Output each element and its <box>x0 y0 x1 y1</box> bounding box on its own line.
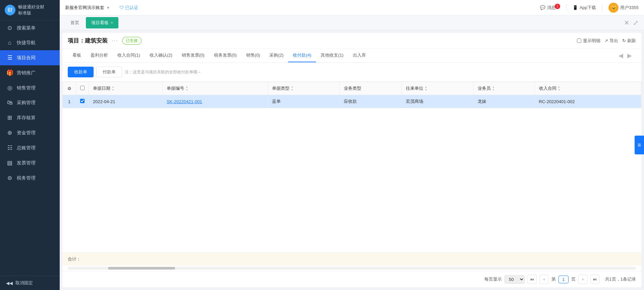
sub-tab-tax-invoice[interactable]: 税务发票(0) <box>209 49 241 62</box>
col-number: 单据编号 ▲▼ <box>163 82 268 95</box>
tab-project-board[interactable]: 项目看板 × <box>86 17 118 28</box>
sort-arrows-partner[interactable]: ▲▼ <box>425 85 427 91</box>
account-selector[interactable]: 新服务官网演示账套 ▼ <box>65 5 110 11</box>
sort-arrows-type[interactable]: ▲▼ <box>291 85 293 91</box>
sidebar-label-search: 搜索菜单 <box>17 25 36 31</box>
sub-tab-income-confirm[interactable]: 收入确认(2) <box>145 49 177 62</box>
last-page-button[interactable]: ⏭ <box>590 275 600 284</box>
current-page: 1 <box>558 276 568 283</box>
sort-arrows-salesman[interactable]: ▲▼ <box>492 85 495 91</box>
message-icon: 💬 <box>540 5 545 10</box>
sidebar-label-ledger: 总账管理 <box>17 145 36 151</box>
sidebar-item-quick-nav[interactable]: ⌂快捷导航 <box>0 35 60 50</box>
sidebar-item-inventory[interactable]: ⊞库存核算 <box>0 110 60 125</box>
sub-tab-payment[interactable]: 收付款(4) <box>288 49 316 62</box>
sidebar-label-project-contract: 项目合同 <box>17 55 36 61</box>
col-settings[interactable]: ⚙ <box>63 82 76 95</box>
show-detail-checkbox[interactable]: 显示明细 <box>577 38 600 44</box>
topbar-left: 新服务官网演示账套 ▼ 🛡 已认证 <box>65 5 535 11</box>
sidebar-item-sales[interactable]: ◎销售管理 <box>0 80 60 95</box>
refresh-label: 刷新 <box>627 38 636 44</box>
logo-sub: 标准版 <box>18 10 44 16</box>
topbar: 新服务官网演示账套 ▼ 🛡 已认证 💬 消息 1 📱 App下载 🐱 用 <box>60 0 644 15</box>
payment-toggle[interactable]: 付款单 <box>96 67 122 77</box>
side-panel-btn[interactable]: ≡ <box>635 136 644 154</box>
topbar-right: 💬 消息 1 📱 App下载 🐱 用户3355 <box>540 3 639 13</box>
more-options-icon[interactable]: ··· <box>112 38 118 44</box>
marketing-icon: 🎁 <box>6 69 13 76</box>
col-salesman: 业务员 ▲▼ <box>473 82 535 95</box>
sub-tab-in-out[interactable]: 出入库 <box>348 49 371 62</box>
select-all-checkbox[interactable] <box>80 86 85 90</box>
ledger-icon: ☷ <box>6 144 13 151</box>
sort-arrows-number[interactable]: ▲▼ <box>185 85 188 91</box>
page-unit: 页 <box>571 276 576 282</box>
sidebar-item-search[interactable]: ⊙搜索菜单 <box>0 20 60 35</box>
logo-text: 畅捷通好业财 标准版 <box>18 4 44 16</box>
next-page-button[interactable]: › <box>578 275 588 284</box>
col-type-label: 单据类型 <box>272 85 289 91</box>
user-name: 用户3355 <box>620 5 639 11</box>
show-detail-label: 显示明细 <box>583 38 600 44</box>
row-checkbox-0[interactable] <box>76 95 89 108</box>
row-date-0: 2022-04-21 <box>89 95 163 108</box>
inventory-icon: ⊞ <box>6 114 13 121</box>
sidebar-item-tax[interactable]: ⊜税务管理 <box>0 170 60 186</box>
sidebar-item-purchase[interactable]: 🛍采购管理 <box>0 95 60 110</box>
horizontal-scrollbar[interactable] <box>68 267 636 270</box>
sub-tab-purchase[interactable]: 采购(2) <box>265 49 288 62</box>
sub-tab-profit[interactable]: 盈利分析 <box>86 49 113 62</box>
expand-icon[interactable]: ⤢ <box>633 19 639 27</box>
sort-arrows-income-contract[interactable]: ▲▼ <box>558 85 560 91</box>
divider <box>566 4 567 11</box>
sub-tab-prev-icon[interactable]: ◀ <box>617 52 625 59</box>
finance-icon: ⊛ <box>6 129 13 136</box>
per-page-select[interactable]: 50 100 200 <box>504 275 525 284</box>
sub-tab-arrows: ◀ ▶ <box>614 52 636 59</box>
row-number-link-0[interactable]: SK-20220421-001 <box>167 99 202 104</box>
prev-page-button[interactable]: ‹ <box>539 275 549 284</box>
app-download-button[interactable]: 📱 App下载 <box>573 5 596 11</box>
user-menu[interactable]: 🐱 用户3355 <box>608 3 639 13</box>
sort-arrows-date[interactable]: ▲▼ <box>112 85 114 91</box>
total-label: 合计： <box>68 256 81 262</box>
sidebar-logo: 财 畅捷通好业财 标准版 <box>0 0 60 20</box>
tab-home[interactable]: 首页 <box>65 17 85 28</box>
scrollbar-thumb[interactable] <box>108 267 175 270</box>
sub-tab-sales-invoice[interactable]: 销售发票(0) <box>177 49 209 62</box>
sidebar-label-marketing: 营销推广 <box>17 70 36 76</box>
table-wrapper: ⚙ 单据日期 ▲▼ 单据编号 <box>62 82 641 252</box>
sidebar-item-project-contract[interactable]: ☰项目合同 <box>0 50 60 65</box>
messages-button[interactable]: 💬 消息 1 <box>540 5 560 11</box>
table-row[interactable]: 1 2022-04-21 SK-20220421-001 蓝单 应收款 宏茂商场… <box>63 95 641 108</box>
col-partner-label: 往来单位 <box>406 85 423 91</box>
col-number-label: 单据编号 <box>167 85 184 91</box>
close-all-icon[interactable]: ✕ <box>624 19 630 27</box>
first-page-button[interactable]: ⏮ <box>527 275 537 284</box>
sidebar-label-quick-nav: 快捷导航 <box>17 40 36 46</box>
row-index-0: 1 <box>63 95 76 108</box>
page-content: 项目：建筑安装 ··· 已生效 显示明细 ↗ 导出 ↻ 刷新 <box>62 33 641 287</box>
row-biz-type-0: 应收款 <box>339 95 401 108</box>
row-number-0[interactable]: SK-20220421-001 <box>163 95 268 108</box>
notification-badge: 1 <box>555 4 560 9</box>
refresh-button[interactable]: ↻ 刷新 <box>622 38 636 44</box>
sidebar-item-ledger[interactable]: ☷总账管理 <box>0 140 60 155</box>
show-detail-input[interactable] <box>577 39 581 43</box>
sub-tab-next-icon[interactable]: ▶ <box>626 52 633 59</box>
page-actions: 显示明细 ↗ 导出 ↻ 刷新 <box>577 38 636 44</box>
sub-tab-other-expense[interactable]: 其他收支(1) <box>316 49 348 62</box>
sidebar-footer-unpin[interactable]: ◀◀ 取消固定 <box>0 276 60 290</box>
sidebar-item-marketing[interactable]: 🎁营销推广 <box>0 65 60 80</box>
sub-tab-kanban[interactable]: 看板 <box>68 49 86 62</box>
sidebar-item-finance[interactable]: ⊛资金管理 <box>0 125 60 140</box>
unpin-icon: ◀◀ <box>6 281 13 286</box>
pagination-bar: 每页显示 50 100 200 ⏮ ‹ 第 1 页 › ⏭ 共1页，1条记录 <box>62 271 641 287</box>
tab-close-icon[interactable]: × <box>111 20 113 25</box>
receipt-toggle[interactable]: 收款单 <box>68 67 94 77</box>
tabs-bar: 首页 项目看板 × ✕ ⤢ <box>60 15 644 30</box>
sub-tab-sales[interactable]: 销售(0) <box>241 49 265 62</box>
export-button[interactable]: ↗ 导出 <box>604 38 618 44</box>
sub-tab-income-contract[interactable]: 收入合同(1) <box>113 49 145 62</box>
sidebar-item-invoice[interactable]: ▤发票管理 <box>0 155 60 170</box>
